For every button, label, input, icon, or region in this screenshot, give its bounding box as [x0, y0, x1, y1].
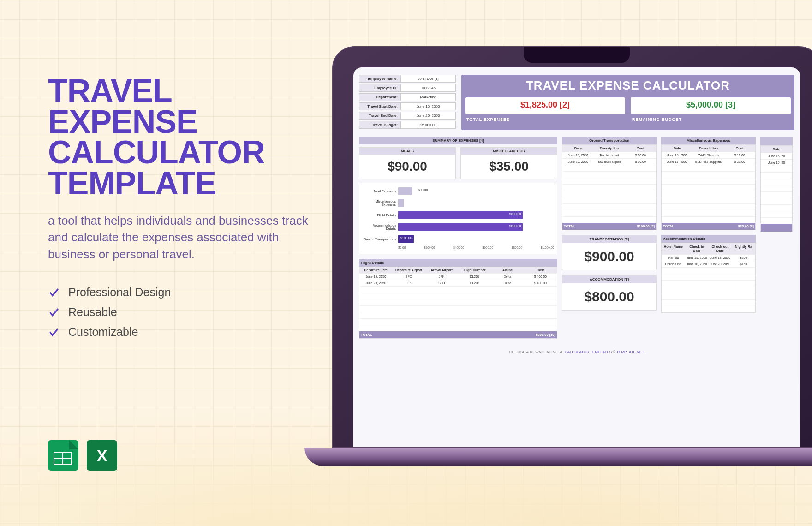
info-value[interactable]: Marketing: [400, 93, 456, 101]
info-value[interactable]: $5,000.00: [400, 121, 456, 129]
format-icons: [48, 440, 117, 471]
panel-header: SUMMARY OF EXPENSES [4]: [359, 137, 557, 144]
chart-label: Flight Details: [362, 214, 398, 217]
info-value[interactable]: JD12345: [400, 84, 456, 92]
chart-label: Meal Expenses: [362, 190, 398, 193]
panel-header: Accommodation Details: [661, 235, 756, 243]
col-header: Cost: [625, 145, 656, 152]
col-header: Date: [662, 145, 693, 152]
table-row[interactable]: June 20, 2050JFKSFODL202Delta$ 400.00: [359, 280, 557, 286]
col-header: Description: [594, 145, 625, 152]
flight-details-panel: Flight Details Departure DateDeparture A…: [359, 259, 557, 339]
feature-list: Professional Design Reusable Customizabl…: [48, 286, 311, 339]
summary-panel: SUMMARY OF EXPENSES [4] MEALS$90.00 MISC…: [359, 137, 557, 254]
table-row[interactable]: June 17, 2050Business Supplies$ 25.00: [662, 158, 755, 165]
info-block: Employee Name:John Doe [1] Employee ID:J…: [359, 75, 456, 130]
info-label: Employee ID:: [359, 84, 400, 92]
card-label: TRANSPORTATION [8]: [562, 235, 656, 243]
total-label: TOTAL: [663, 224, 674, 228]
chart-label: Ground Transportation: [362, 238, 398, 241]
total-value: $800.00 [10]: [536, 333, 555, 337]
total-value: $100.00 [5]: [637, 224, 655, 228]
laptop-mockup: Employee Name:John Doe [1] Employee ID:J…: [332, 46, 812, 471]
info-value[interactable]: John Doe [1]: [400, 75, 456, 83]
bar-value: $800.00: [509, 212, 521, 215]
table-row[interactable]: June 20, 2050Taxi from airport$ 50.00: [562, 158, 656, 165]
feature-text: Reusable: [68, 305, 117, 319]
google-sheets-icon: [48, 440, 78, 471]
bar-value: $100.00: [400, 236, 412, 239]
accommodation-card: ACCOMMODATION [9]$800.00: [562, 275, 657, 311]
total-value: $35.00 [6]: [738, 224, 754, 228]
chart-label: Accommodation Details: [362, 224, 398, 230]
spreadsheet-title: TRAVEL EXPENSE CALCULATOR: [465, 78, 791, 93]
col-header: Flight Number: [458, 267, 491, 273]
marketing-panel: TRAVEL EXPENSE CALCULATOR TEMPLATE a too…: [48, 76, 311, 345]
table-row[interactable]: June 15, 20: [761, 153, 792, 159]
feature-item: Reusable: [48, 305, 311, 319]
templates-link[interactable]: CALCULATOR TEMPLATES: [565, 350, 612, 354]
card-value: $900.00: [562, 243, 656, 270]
panel-header: Flight Details: [359, 259, 557, 267]
col-header: Cost: [724, 145, 755, 152]
accommodation-details-panel: Accommodation Details Hotel NameCheck-in…: [661, 235, 756, 313]
check-icon: [48, 287, 60, 299]
info-label: Travel Start Date:: [359, 102, 400, 110]
ground-transport-panel: Ground Transportation DateDescriptionCos…: [562, 137, 657, 230]
laptop-body: Employee Name:John Doe [1] Employee ID:J…: [332, 46, 812, 448]
info-label: Travel Budget:: [359, 121, 400, 129]
table-row[interactable]: June 16, 2050Wi-Fi Charges$ 10.00: [662, 152, 755, 158]
col-header: Description: [693, 145, 724, 152]
summary-value: $90.00: [359, 155, 455, 179]
table-row[interactable]: June 15, 2050Taxi to airport$ 50.00: [562, 152, 656, 158]
remaining-budget-value: $5,000.00 [3]: [633, 100, 788, 110]
check-icon: [48, 326, 60, 338]
col-header: Airline: [491, 267, 524, 273]
col-header: Nightly Ra: [732, 243, 755, 254]
header-block: TRAVEL EXPENSE CALCULATOR $1,825.00 [2]T…: [461, 75, 794, 130]
product-description: a tool that helps individuals and busine…: [48, 212, 311, 263]
chart-label: Miscellaneous Expenses: [362, 200, 398, 206]
bar-value: $90.00: [418, 188, 428, 191]
table-row[interactable]: June 15, 20: [761, 159, 792, 166]
feature-item: Customizable: [48, 325, 311, 339]
card-label: ACCOMMODATION [9]: [562, 275, 656, 283]
total-label: TOTAL: [361, 333, 372, 337]
info-value[interactable]: June 20, 2050: [400, 112, 456, 120]
total-label: TOTAL: [564, 224, 575, 228]
check-icon: [48, 306, 60, 318]
laptop-notch: [524, 47, 630, 63]
summary-label: MISCELLANEOUS: [461, 148, 557, 155]
site-link[interactable]: TEMPLATE.NET: [616, 350, 644, 354]
info-label: Department:: [359, 93, 400, 101]
summary-label: MEALS: [359, 148, 455, 155]
feature-item: Professional Design: [48, 286, 311, 299]
col-header: Departure Date: [359, 267, 392, 273]
col-header: Date: [562, 145, 594, 152]
col-header: Check-in Date: [685, 243, 709, 254]
panel-header: Ground Transportation: [562, 137, 657, 144]
table-row[interactable]: June 15, 2050SFOJFKDL201Delta$ 400.00: [359, 273, 557, 280]
col-header: Date: [761, 146, 792, 153]
meals-partial-panel: Date June 15, 20 June 15, 20: [760, 137, 793, 232]
col-header: Departure Airport: [392, 267, 425, 273]
misc-expenses-panel: Miscellaneous Expenses DateDescriptionCo…: [661, 137, 756, 230]
transportation-card: TRANSPORTATION [8]$900.00: [562, 235, 657, 270]
card-value: $800.00: [562, 283, 656, 310]
laptop-base: [304, 448, 812, 466]
expense-chart: Meal Expenses$90.00 Miscellaneous Expens…: [359, 183, 557, 254]
spreadsheet-view: Employee Name:John Doe [1] Employee ID:J…: [353, 67, 800, 354]
summary-value: $35.00: [461, 155, 557, 179]
info-value[interactable]: June 15, 2050: [400, 102, 456, 110]
excel-icon: [87, 440, 117, 471]
total-expenses-label: TOTAL EXPENSES: [466, 117, 624, 122]
table-row[interactable]: Holiday InnJune 18, 2050June 20, 2050$15…: [662, 261, 755, 267]
total-expenses-value: $1,825.00 [2]: [468, 100, 622, 110]
table-row[interactable]: MarriottJune 15, 2050June 18, 2050$200: [662, 254, 755, 261]
footer-link: CHOOSE & DOWNLOAD MORE CALCULATOR TEMPLA…: [359, 350, 794, 354]
col-header: Arrival Airport: [425, 267, 458, 273]
laptop-screen: Employee Name:John Doe [1] Employee ID:J…: [353, 67, 800, 447]
info-label: Employee Name:: [359, 75, 400, 83]
remaining-budget-label: REMAINING BUDGET: [632, 117, 789, 122]
feature-text: Customizable: [68, 325, 138, 339]
